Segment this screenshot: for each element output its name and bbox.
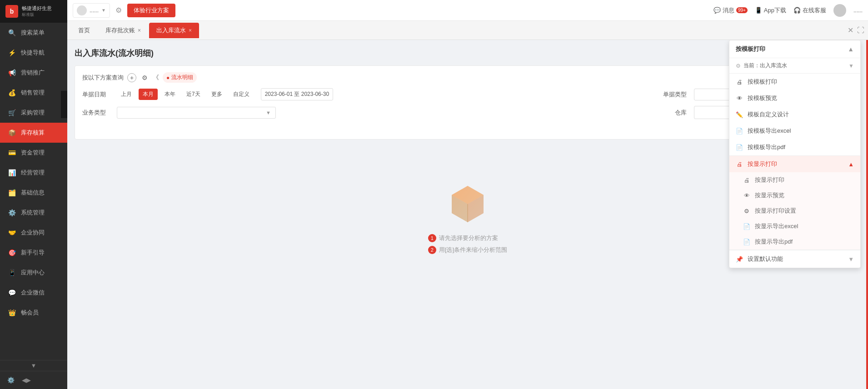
dropdown-title: 按模板打印	[736, 45, 765, 53]
user-avatar[interactable]	[833, 4, 846, 17]
inventory-icon: 📦	[7, 128, 16, 137]
tab-expand-icon[interactable]: ⛶	[857, 26, 864, 35]
sidebar-item-enterprise[interactable]: 🤝 企业协同	[0, 223, 67, 243]
sidebar-item-search[interactable]: 🔍 搜索菜单	[0, 23, 67, 43]
sidebar-item-purchase[interactable]: 🛒 采购管理	[0, 103, 67, 123]
sidebar-item-sales[interactable]: 💰 销售管理	[0, 83, 67, 103]
topbar-gear-icon[interactable]: ⚙	[114, 4, 124, 16]
date-range-input[interactable]: 2023-06-01 至 2023-06-30	[261, 88, 333, 100]
tab-home[interactable]: 首页	[71, 23, 97, 38]
sidebar-item-system[interactable]: ⚙️ 系统管理	[0, 203, 67, 223]
filter-title: 按以下方案查询	[82, 74, 124, 82]
dropdown-template-pdf[interactable]: 📄 按模板导出pdf	[729, 139, 860, 155]
dropdown-template-preview[interactable]: 👁 按模板预览	[729, 90, 860, 106]
tab-batch-close[interactable]: ×	[138, 27, 141, 34]
filter-collapse-btn[interactable]: 《	[153, 74, 159, 82]
set-default-arrow: ▼	[848, 256, 854, 263]
sidebar-item-quicknav[interactable]: ⚡ 快捷导航	[0, 43, 67, 63]
date-options: 上月 本月 本年 近7天 更多 自定义	[117, 89, 254, 100]
template-preview-icon: 👁	[736, 95, 743, 102]
profile-selector[interactable]: ...... ▼	[73, 3, 110, 18]
filter-settings-btn[interactable]: ⚙	[140, 73, 149, 82]
display-print-section-arrow: ▲	[848, 161, 854, 168]
sidebar-item-member[interactable]: 👑 畅会员	[0, 303, 67, 323]
tab-batch[interactable]: 库存批次账 ×	[98, 23, 148, 38]
resize-handle[interactable]	[866, 40, 868, 389]
dropdown-display-pdf[interactable]: 📄 按显示导出pdf	[729, 234, 860, 249]
biz-type-select[interactable]: ▼	[117, 107, 276, 119]
template-excel-label: 按模板导出excel	[748, 127, 791, 135]
page-title: 出入库流水(流水明细)	[75, 48, 154, 59]
display-excel-icon: 📄	[743, 223, 750, 230]
date-btn-this-month[interactable]: 本月	[139, 89, 158, 100]
app-version: 标准版	[22, 12, 52, 18]
tab-flow[interactable]: 出入库流水 ×	[149, 23, 199, 38]
sidebar-item-base[interactable]: 🗂️ 基础信息	[0, 183, 67, 203]
doc-type-label: 单据类型	[663, 90, 687, 99]
filter-tag-water[interactable]: ● 流水明细	[163, 72, 197, 83]
template-print-icon: 🖨	[736, 78, 743, 85]
empty-tip-1: 1 请先选择要分析的方案	[428, 234, 507, 242]
dropdown-display-preview[interactable]: 👁 按显示预览	[729, 188, 860, 203]
display-pdf-label: 按显示导出pdf	[755, 238, 793, 246]
sidebar-item-guide[interactable]: 🎯 新手引导	[0, 243, 67, 263]
purchase-icon: 🛒	[7, 108, 16, 117]
sidebar-item-marketing[interactable]: 📢 营销推广	[0, 63, 67, 83]
date-btn-7days[interactable]: 近7天	[182, 89, 205, 100]
sidebar-item-inventory[interactable]: 📦 库存核算	[0, 123, 67, 143]
enterprise-icon: 🤝	[7, 228, 16, 237]
finance-icon: 💳	[7, 148, 16, 157]
message-item[interactable]: 💬 消息 99+	[713, 6, 748, 15]
customer-service-label: 在线客服	[803, 6, 826, 15]
app-download-item[interactable]: 📱 App下载	[755, 6, 786, 15]
sidebar-item-finance[interactable]: 💳 资金管理	[0, 143, 67, 163]
template-preview-label: 按模板预览	[748, 94, 777, 102]
dropdown-collapse-icon[interactable]: ▲	[848, 45, 854, 53]
system-icon: ⚙️	[7, 208, 16, 217]
sidebar-item-apps[interactable]: 📱 应用中心	[0, 263, 67, 283]
message-badge: 99+	[736, 7, 748, 13]
display-settings-label: 按显示打印设置	[755, 207, 796, 215]
logo-icon: b	[5, 5, 18, 18]
date-btn-prev-month[interactable]: 上月	[117, 89, 136, 100]
download-icon: 📱	[755, 7, 762, 14]
tab-flow-close[interactable]: ×	[189, 27, 192, 34]
date-btn-more[interactable]: 更多	[207, 89, 226, 100]
collapse-icon[interactable]: ◀▶	[22, 377, 31, 384]
sidebar-item-operations[interactable]: 📊 经营管理	[0, 163, 67, 183]
dropdown-set-default[interactable]: 📌 设置默认功能 ▼	[729, 250, 860, 268]
app-download-label: App下载	[764, 6, 786, 15]
trial-btn[interactable]: 体验行业方案	[127, 4, 175, 17]
page-content: 出入库流水(流水明细) 🖨 按模板打印 ▲ ... 📤 导出 🔄 刷新	[67, 40, 868, 389]
base-icon: 🗂️	[7, 188, 16, 197]
display-preview-label: 按显示预览	[755, 191, 784, 199]
sidebar-item-wechat[interactable]: 💬 企业微信	[0, 283, 67, 303]
tab-flow-label: 出入库流水	[156, 26, 186, 35]
tab-close-all-icon[interactable]: ✕	[848, 26, 853, 35]
tabbar: 首页 库存批次账 × 出入库流水 × ✕ ⛶	[67, 21, 868, 40]
filter-add-btn[interactable]: +	[127, 73, 136, 82]
current-label-arrow[interactable]: ▼	[848, 63, 854, 69]
current-label-icon: ⚙	[736, 63, 741, 69]
dropdown-template-print[interactable]: 🖨 按模板打印	[729, 74, 860, 90]
customer-service-item[interactable]: 🎧 在线客服	[793, 6, 826, 15]
sidebar-nav: 🔍 搜索菜单 ⚡ 快捷导航 📢 营销推广 💰 销售管理 🛒 采购管理 📦	[0, 23, 67, 360]
dropdown-template-customize[interactable]: ✏️ 模板自定义设计	[729, 106, 860, 123]
dropdown-template-excel[interactable]: 📄 按模板导出excel	[729, 123, 860, 139]
date-btn-custom[interactable]: 自定义	[229, 89, 254, 100]
search-icon: 🔍	[7, 28, 16, 37]
dropdown-display-print[interactable]: 🖨 按显示打印	[729, 172, 860, 188]
dropdown-display-settings[interactable]: ⚙ 按显示打印设置	[729, 203, 860, 219]
display-print-label: 按显示打印	[755, 176, 784, 184]
quicknav-icon: ⚡	[7, 48, 16, 57]
dropdown-display-excel[interactable]: 📄 按显示导出excel	[729, 219, 860, 234]
sidebar-collapse-handle[interactable]	[61, 91, 67, 118]
date-btn-this-year[interactable]: 本年	[160, 89, 180, 100]
sidebar-scroll-down[interactable]: ▼	[0, 360, 67, 371]
dropdown-display-print-section[interactable]: 🖨 按显示打印 ▲	[729, 156, 860, 172]
filter-tag-icon: ●	[166, 75, 170, 81]
tab-home-label: 首页	[78, 26, 90, 35]
warehouse-label: 仓库	[675, 109, 687, 117]
settings-icon[interactable]: ⚙️	[7, 377, 15, 384]
message-label: 消息	[723, 6, 734, 15]
